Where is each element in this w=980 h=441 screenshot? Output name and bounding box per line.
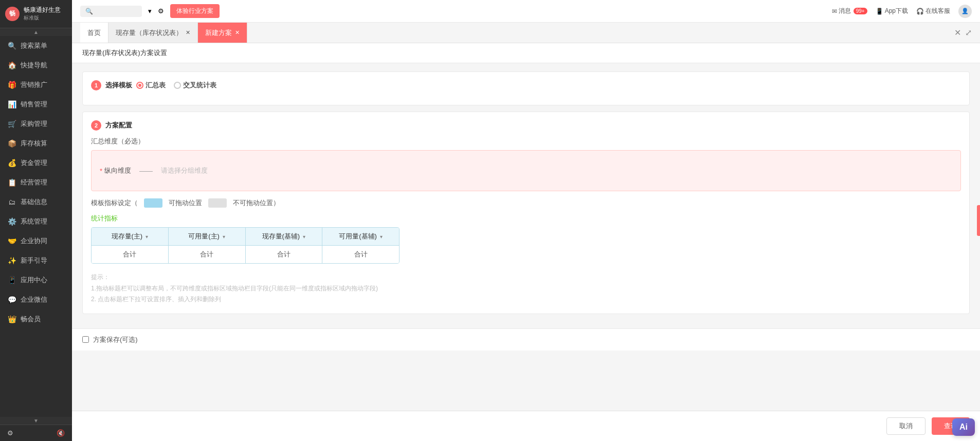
cancel-button[interactable]: 取消 [886,417,925,435]
main-area: 🔍 ▾ ⚙ 体验行业方案 ✉ 消息 99+ 📱 App下载 🎧 在线客服 👤 [72,0,980,441]
sidebar-item-label: 采购管理 [21,119,47,128]
sound-icon[interactable]: 🔇 [57,429,65,437]
sidebar-logo: 畅 畅康通好生意 标准版 [0,0,72,28]
topbar-search-box[interactable]: 🔍 [80,6,142,17]
sidebar-item-newguide[interactable]: ✨ 新手引导 [0,251,72,270]
stats-col2-data: 合计 [169,246,246,263]
radio-summary-dot [136,82,143,89]
user-avatar[interactable]: 👤 [958,5,972,18]
indicator-label-text: 模板指标设定（ [91,198,138,208]
sidebar-item-purchase[interactable]: 🛒 采购管理 [0,114,72,134]
stats-col1-header[interactable]: 现存量(主) ▾ [92,228,169,245]
chart-icon: 📊 [7,100,16,109]
save-row: 方案保存(可选) [72,328,980,351]
tab-new-plan-close[interactable]: ✕ [235,29,240,36]
cart-icon: 🛒 [7,119,16,128]
crown-icon: 👑 [7,315,16,324]
radio-cross[interactable]: 交叉统计表 [174,81,216,90]
messages-label: 消息 [839,7,851,15]
sidebar-item-finance[interactable]: 💰 资金管理 [0,153,72,173]
sidebar-item-sales[interactable]: 📊 销售管理 [0,95,72,114]
messages-button[interactable]: ✉ 消息 99+ [832,7,867,15]
settings-icon[interactable]: ⚙ [7,429,13,437]
page-content: 现存量(库存状况表)方案设置 1 选择模板 汇总表 交叉统计表 [72,43,980,411]
step2-section: 2 方案配置 汇总维度（必选） * 纵向维度 —— 请选择分组维度 模板指标设定… [82,112,970,314]
gear-icon: ⚙️ [7,217,16,226]
sidebar-item-inventory[interactable]: 📦 库存核算 [0,134,72,153]
sidebar-item-basic[interactable]: 🗂 基础信息 [0,192,72,212]
radio-summary-label: 汇总表 [146,81,166,90]
summary-dimension-label: 汇总维度（必选） [91,137,961,146]
sidebar-item-shortcut[interactable]: 🏠 快捷导航 [0,56,72,75]
sidebar-item-appcenter[interactable]: 📱 应用中心 [0,270,72,290]
tab-expand-button[interactable]: ⤢ [965,28,972,38]
sidebar-item-label: 营销推广 [21,80,47,89]
download-icon: 📱 [876,8,883,15]
save-checkbox[interactable] [82,336,89,343]
online-support-button[interactable]: 🎧 在线客服 [916,7,950,15]
sidebar-item-marketing[interactable]: 🎁 营销推广 [0,75,72,95]
indicator-label2-text: 不可拖动位置） [233,198,280,208]
sidebar-item-label: 销售管理 [21,100,47,109]
app-download-button[interactable]: 📱 App下载 [876,7,908,15]
footer-bar: 取消 查询 [72,411,980,441]
sidebar-item-system[interactable]: ⚙️ 系统管理 [0,212,72,231]
tab-home[interactable]: 首页 [80,23,108,43]
stats-col2-header[interactable]: 可用量(主) ▾ [169,228,246,245]
sidebar-scroll-down[interactable]: ▼ [0,417,72,425]
sidebar: 畅 畅康通好生意 标准版 ▲ 🔍 搜索菜单 🏠 快捷导航 🎁 营销推广 📊 销售… [0,0,72,441]
sidebar-item-vip[interactable]: 👑 畅会员 [0,309,72,329]
chat-icon: 💬 [7,295,16,304]
template-radio-group: 汇总表 交叉统计表 [136,81,216,90]
tab-close-button[interactable]: ✕ [954,28,961,38]
box-icon: 📦 [7,139,16,148]
dimension-placeholder: 请选择分组维度 [161,166,208,175]
radio-summary[interactable]: 汇总表 [136,81,166,90]
step1-title-row: 1 选择模板 汇总表 交叉统计表 [91,80,961,90]
sidebar-item-search[interactable]: 🔍 搜索菜单 [0,36,72,56]
sidebar-item-label: 系统管理 [21,217,47,226]
dimension-dash: —— [139,167,153,175]
tab-inventory-status[interactable]: 现存量（库存状况表） ✕ [108,23,198,43]
stats-title: 统计指标 [91,214,961,223]
sidebar-scroll-up[interactable]: ▲ [0,28,72,36]
sidebar-item-label: 搜索菜单 [21,41,47,50]
topbar-dropdown-icon[interactable]: ▾ [148,7,152,15]
indicator-draggable-text: 可拖动位置 [169,198,202,208]
sidebar-item-wechat[interactable]: 💬 企业微信 [0,290,72,309]
col1-label: 现存量(主) [112,232,143,241]
right-scroll-handle[interactable] [977,205,980,236]
step2-badge: 2 [91,120,101,131]
tips-title: 提示： [91,272,961,283]
stats-col4-header[interactable]: 可用量(基辅) ▾ [322,228,399,245]
page-header: 现存量(库存状况表)方案设置 [72,43,980,63]
dimension-box[interactable]: * 纵向维度 —— 请选择分组维度 [91,150,961,191]
non-draggable-indicator-box [208,198,227,208]
tabbar: 首页 现存量（库存状况表） ✕ 新建方案 ✕ ✕ ⤢ [72,23,980,43]
sidebar-nav: 🔍 搜索菜单 🏠 快捷导航 🎁 营销推广 📊 销售管理 🛒 采购管理 📦 库存核… [0,36,72,417]
sidebar-item-label: 资金管理 [21,158,47,168]
radio-cross-label: 交叉统计表 [183,81,216,90]
logo-icon: 畅 [5,7,20,21]
save-checkbox-label[interactable]: 方案保存(可选) [93,335,138,344]
col3-chevron: ▾ [303,234,305,240]
industry-plan-button[interactable]: 体验行业方案 [170,4,220,18]
tab-inventory-close[interactable]: ✕ [186,29,190,36]
app-name: 畅康通好生意 [24,6,61,14]
mobile-icon: 📱 [7,275,16,285]
tab-inventory-label: 现存量（库存状况表） [116,28,183,38]
sidebar-item-operation[interactable]: 📋 经营管理 [0,173,72,192]
sidebar-item-cooperation[interactable]: 🤝 企业协同 [0,231,72,251]
step2-title: 方案配置 [105,121,132,130]
avatar-circle: 👤 [958,5,972,18]
stats-col3-header[interactable]: 现存量(基辅) ▾ [246,228,323,245]
ai-button[interactable]: Ai [952,418,975,436]
stats-header-row: 现存量(主) ▾ 可用量(主) ▾ 现存量(基辅) ▾ 可用量(基辅) [92,228,399,245]
draggable-indicator-box [144,198,162,208]
required-mark: * [100,167,102,175]
topbar-right: ✉ 消息 99+ 📱 App下载 🎧 在线客服 👤 [832,5,972,18]
tab-new-plan[interactable]: 新建方案 ✕ [198,23,247,43]
star-icon: ✨ [7,256,16,265]
tab-home-label: 首页 [87,28,101,38]
topbar-settings-icon[interactable]: ⚙ [158,7,164,15]
